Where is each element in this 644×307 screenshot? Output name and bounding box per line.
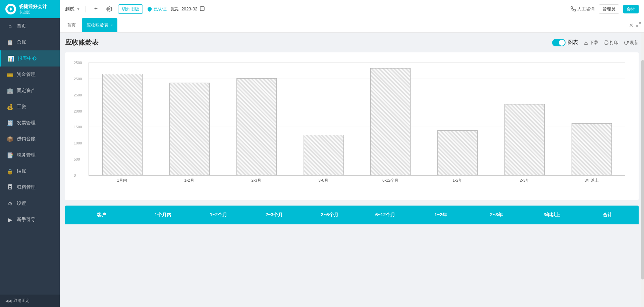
certified-badge: 已认证 bbox=[147, 6, 167, 12]
tabbar: 首页 应收账龄表 × bbox=[60, 18, 626, 32]
sidebar-icon-settings: ⚙ bbox=[7, 200, 13, 207]
bar-7 bbox=[572, 123, 612, 175]
download-button[interactable]: 下载 bbox=[584, 40, 598, 46]
bar-6 bbox=[504, 104, 545, 175]
sidebar-label-inventory: 进销台账 bbox=[17, 136, 36, 142]
print-button[interactable]: 打印 bbox=[604, 40, 619, 46]
x-label-5: 1-2年 bbox=[424, 176, 491, 183]
sidebar-label-funds: 资金管理 bbox=[17, 72, 36, 78]
th-3年以上: 3年以上 bbox=[524, 212, 580, 218]
refresh-button[interactable]: 刷新 bbox=[624, 40, 639, 46]
th-2~3年: 2~3年 bbox=[469, 212, 524, 218]
period-info: 账期 2023-02 bbox=[171, 6, 205, 12]
sidebar-item-archive[interactable]: 🗄 归档管理 bbox=[0, 179, 60, 195]
x-label-1: 1-2月 bbox=[156, 176, 223, 183]
y-label-500: 500 bbox=[74, 157, 80, 161]
sidebar-item-invoice[interactable]: 🧾 发票管理 bbox=[0, 115, 60, 131]
svg-line-6 bbox=[639, 23, 641, 24]
sidebar-item-reports[interactable]: 📊 报表中心 bbox=[0, 50, 60, 67]
period-prefix: 账期 bbox=[171, 6, 179, 12]
svg-point-1 bbox=[109, 8, 110, 10]
sidebar: 畅捷通好会计 专业版 ⌂ 首页 📋 总账 📊 报表中心 💳 资金管理 🏢 固定资… bbox=[0, 0, 60, 307]
sidebar-item-settings[interactable]: ⚙ 设置 bbox=[0, 195, 60, 212]
sidebar-icon-funds: 💳 bbox=[7, 71, 13, 78]
topbar-right: 人工咨询 管理员 会计 bbox=[571, 4, 639, 14]
logo-icon bbox=[5, 4, 16, 14]
bar-group-0 bbox=[89, 62, 156, 175]
sidebar-label-assets: 固定资产 bbox=[17, 88, 36, 94]
chart-toggle[interactable] bbox=[552, 39, 566, 46]
scrollbar-track[interactable] bbox=[641, 33, 644, 307]
topbar-divider-1 bbox=[86, 6, 86, 12]
switch-old-button[interactable]: 切到旧版 bbox=[118, 4, 143, 14]
calendar-icon[interactable] bbox=[200, 6, 205, 12]
sidebar-item-home[interactable]: ⌂ 首页 bbox=[0, 18, 60, 34]
tab-home-label: 首页 bbox=[67, 22, 76, 28]
bars-row bbox=[89, 62, 625, 175]
tab-close-icon[interactable]: × bbox=[110, 23, 113, 28]
sidebar-icon-payroll: 💰 bbox=[7, 103, 13, 110]
page-actions: 图表 下载 打印 刷新 bbox=[552, 39, 639, 46]
logo-text-block: 畅捷通好会计 专业版 bbox=[19, 3, 47, 14]
th-合计: 合计 bbox=[580, 212, 635, 218]
bar-0 bbox=[102, 74, 143, 175]
logo-title: 畅捷通好会计 bbox=[19, 3, 47, 9]
y-label-2500a: 2500 bbox=[74, 61, 82, 65]
sidebar-label-settings: 设置 bbox=[17, 201, 26, 207]
sidebar-label-invoice: 发票管理 bbox=[17, 120, 36, 126]
period-value: 2023-02 bbox=[181, 6, 198, 11]
cancel-fixed-label: 取消固定 bbox=[13, 298, 30, 304]
chart-container: 2500 2500 2500 2000 1500 1000 500 0 bbox=[65, 52, 639, 200]
sidebar-item-closing[interactable]: 🔒 结账 bbox=[0, 163, 60, 179]
bar-group-6 bbox=[491, 62, 558, 175]
bar-1 bbox=[169, 83, 210, 175]
tab-home[interactable]: 首页 bbox=[62, 18, 80, 32]
sidebar-item-assets[interactable]: 🏢 固定资产 bbox=[0, 83, 60, 99]
sidebar-label-tax: 税务管理 bbox=[17, 152, 36, 158]
page-title: 应收账龄表 bbox=[65, 38, 99, 47]
page-content: 应收账龄表 图表 下载 打印 bbox=[60, 33, 644, 307]
tab-aging[interactable]: 应收账龄表 × bbox=[82, 18, 117, 32]
bar-group-7 bbox=[558, 62, 625, 175]
sidebar-label-closing: 结账 bbox=[17, 168, 26, 174]
sidebar-icon-home: ⌂ bbox=[7, 23, 13, 30]
main-area: 测试 ▼ + 切到旧版 已认证 账期 2023-02 人工咨询 bbox=[60, 0, 644, 307]
bar-group-5 bbox=[424, 62, 491, 175]
scrollbar-thumb[interactable] bbox=[641, 60, 644, 280]
bar-5 bbox=[437, 130, 478, 175]
sidebar-label-guide: 新手引导 bbox=[17, 217, 36, 223]
svg-line-7 bbox=[637, 25, 638, 27]
window-expand-button[interactable] bbox=[636, 22, 641, 29]
page-header: 应收账龄表 图表 下载 打印 bbox=[65, 38, 639, 47]
th-2~3个月: 2~3个月 bbox=[246, 212, 302, 218]
x-label-2: 2-3月 bbox=[223, 176, 290, 183]
sidebar-item-funds[interactable]: 💳 资金管理 bbox=[0, 67, 60, 83]
window-close-button[interactable]: ✕ bbox=[629, 22, 633, 29]
settings-button[interactable] bbox=[105, 4, 114, 14]
sidebar-item-guide[interactable]: ▶ 新手引导 bbox=[0, 212, 60, 228]
sidebar-item-inventory[interactable]: 📦 进销台账 bbox=[0, 131, 60, 147]
user-button[interactable]: 管理员 bbox=[599, 4, 619, 14]
sidebar-footer[interactable]: ◀◀ 取消固定 bbox=[0, 295, 60, 307]
company-selector[interactable]: 测试 ▼ bbox=[65, 6, 80, 12]
x-label-3: 3-6月 bbox=[290, 176, 357, 183]
sidebar-item-tax[interactable]: 📑 税务管理 bbox=[0, 147, 60, 163]
y-label-0: 0 bbox=[74, 173, 76, 177]
sidebar-item-payroll[interactable]: 💰 工资 bbox=[0, 99, 60, 115]
bar-chart: 2500 2500 2500 2000 1500 1000 500 0 bbox=[72, 59, 632, 187]
th-客户: 客户 bbox=[68, 212, 135, 218]
service-button[interactable]: 人工咨询 bbox=[571, 6, 595, 12]
y-label-2000: 2000 bbox=[74, 109, 82, 113]
sidebar-icon-reports: 📊 bbox=[8, 55, 14, 62]
y-label-1000: 1000 bbox=[74, 141, 82, 145]
topbar: 测试 ▼ + 切到旧版 已认证 账期 2023-02 人工咨询 bbox=[60, 0, 644, 18]
sidebar-label-payroll: 工资 bbox=[17, 104, 26, 110]
role-button[interactable]: 会计 bbox=[623, 5, 639, 13]
add-button[interactable]: + bbox=[91, 4, 101, 14]
y-label-2500c: 2500 bbox=[74, 93, 82, 97]
sidebar-item-ledger[interactable]: 📋 总账 bbox=[0, 34, 60, 50]
th-1~2个月: 1~2个月 bbox=[191, 212, 247, 218]
sidebar-icon-guide: ▶ bbox=[7, 216, 13, 223]
chart-toggle-group: 图表 bbox=[552, 39, 578, 46]
sidebar-nav: ⌂ 首页 📋 总账 📊 报表中心 💳 资金管理 🏢 固定资产 💰 工资 🧾 发票… bbox=[0, 18, 60, 295]
